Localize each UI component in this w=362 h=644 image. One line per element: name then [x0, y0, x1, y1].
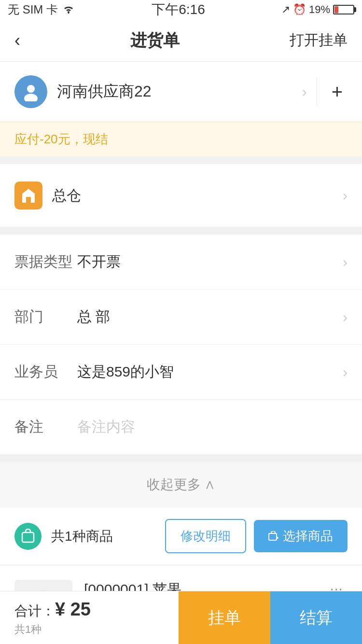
svg-marker-4 [22, 189, 35, 194]
battery-percent: 19% [309, 3, 330, 16]
hang-button[interactable]: 挂单 [179, 591, 270, 644]
form-section: 票据类型 不开票 › 部门 总 部 › 业务员 这是859的小智 › 备注 备注… [0, 235, 362, 454]
supplier-chevron-icon: › [302, 84, 307, 100]
wifi-icon [62, 3, 75, 16]
remark-row[interactable]: 备注 备注内容 [0, 400, 362, 454]
invoice-chevron-icon: › [343, 254, 348, 270]
add-supplier-button[interactable]: + [327, 81, 348, 103]
products-icon [14, 523, 42, 550]
select-product-button[interactable]: 选择商品 [254, 520, 348, 552]
warehouse-name: 总仓 [52, 186, 343, 206]
sales-row[interactable]: 业务员 这是859的小智 › [0, 345, 362, 400]
dept-chevron-icon: › [343, 309, 348, 325]
products-count: 共1种商品 [51, 527, 165, 546]
supplier-section: 河南供应商22 › + 应付-20元，现结 [0, 62, 362, 156]
edit-detail-button[interactable]: 修改明细 [165, 519, 246, 553]
sales-value: 这是859的小智 [77, 362, 343, 382]
back-button[interactable]: ‹ [14, 30, 20, 51]
dept-label: 部门 [14, 307, 77, 327]
dept-value: 总 部 [77, 307, 343, 327]
invoice-label: 票据类型 [14, 252, 77, 272]
footer-total-main: 合计：¥ 25 [14, 599, 164, 620]
svg-rect-5 [26, 197, 31, 203]
remark-value[interactable]: 备注内容 [77, 417, 348, 437]
warehouse-icon [14, 182, 42, 210]
content: 河南供应商22 › + 应付-20元，现结 总仓 › 票据类型 不开票 › [0, 62, 362, 644]
invoice-type-row[interactable]: 票据类型 不开票 › [0, 235, 362, 290]
svg-point-0 [68, 12, 70, 14]
checkout-button[interactable]: 结算 [270, 591, 362, 644]
payment-notice: 应付-20元，现结 [0, 122, 362, 156]
supplier-name: 河南供应商22 [57, 81, 302, 102]
page-title: 进货单 [130, 29, 180, 52]
status-bar: 无 SIM 卡 下午6:16 ↗ ⏰ 19% [0, 0, 362, 19]
select-product-label: 选择商品 [283, 528, 333, 545]
warehouse-chevron-icon: › [343, 187, 348, 204]
supplier-avatar [14, 75, 47, 108]
dept-row[interactable]: 部门 总 部 › [0, 290, 362, 345]
alarm-icon: ⏰ [293, 3, 306, 16]
warehouse-row[interactable]: 总仓 › [0, 164, 362, 227]
supplier-divider [317, 77, 317, 106]
sales-chevron-icon: › [343, 364, 348, 380]
warehouse-section: 总仓 › [0, 164, 362, 227]
svg-point-2 [24, 94, 38, 101]
sales-label: 业务员 [14, 362, 77, 382]
status-right: ↗ ⏰ 19% [281, 3, 354, 16]
collapse-button[interactable]: 收起更多 ∧ [0, 462, 362, 507]
products-header: 共1种商品 修改明细 选择商品 [0, 507, 362, 565]
svg-rect-6 [22, 532, 34, 542]
footer-total: 合计：¥ 25 共1种 [0, 591, 179, 644]
location-icon: ↗ [281, 3, 290, 16]
battery-icon [333, 5, 354, 14]
footer: 合计：¥ 25 共1种 挂单 结算 [0, 591, 362, 644]
invoice-value: 不开票 [77, 252, 343, 272]
nav-bar: ‹ 进货单 打开挂单 [0, 19, 362, 62]
status-time: 下午6:16 [152, 0, 205, 19]
carrier-label: 无 SIM 卡 [8, 2, 58, 17]
svg-point-1 [27, 85, 35, 93]
open-hang-button[interactable]: 打开挂单 [290, 30, 348, 50]
svg-rect-7 [269, 533, 277, 540]
status-left: 无 SIM 卡 [8, 2, 75, 17]
total-amount: ¥ 25 [55, 599, 91, 619]
supplier-row[interactable]: 河南供应商22 › + [0, 62, 362, 122]
footer-total-sub: 共1种 [14, 622, 164, 637]
total-label: 合计： [14, 603, 55, 618]
remark-label: 备注 [14, 417, 77, 437]
